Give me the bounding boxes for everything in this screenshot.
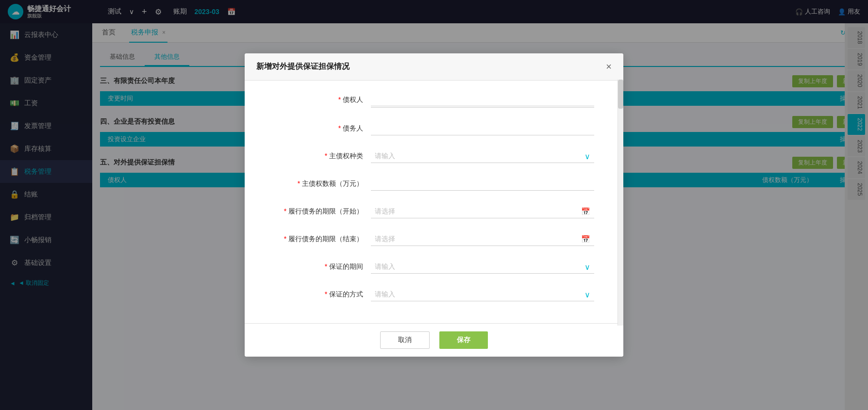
form-row-debtor: * 债务人: [274, 121, 594, 135]
save-button[interactable]: 保存: [439, 331, 488, 349]
label-creditor: * 债权人: [274, 96, 371, 104]
input-wrap-debt-amount: [371, 177, 594, 191]
label-guarantee-period: * 保证的期间: [274, 262, 371, 271]
period-start-input[interactable]: [371, 204, 594, 218]
form-row-debt-type: * 主债权种类 请输入 ∨: [274, 149, 594, 163]
label-period-start: * 履行债务的期限（开始）: [274, 207, 371, 216]
label-debt-type: * 主债权种类: [274, 152, 371, 161]
debt-type-select[interactable]: 请输入: [371, 149, 594, 163]
modal-close-button[interactable]: ×: [606, 61, 612, 72]
modal-footer: 取消 保存: [245, 323, 623, 357]
select-wrap-debt-type: 请输入 ∨: [371, 149, 594, 163]
input-wrap-period-end: 📅: [371, 232, 594, 246]
input-wrap-creditor: [371, 92, 594, 108]
creditor-input[interactable]: [371, 92, 594, 106]
modal-header: 新增对外提供保证担保情况 ×: [245, 53, 623, 81]
form-body: * 债权人 * 债务人: [245, 81, 623, 323]
form-row-creditor: * 债权人: [274, 92, 594, 108]
guarantee-period-select[interactable]: 请输入: [371, 260, 594, 274]
select-wrap-guarantee-method: 请输入 ∨: [371, 287, 594, 301]
modal-title: 新增对外提供保证担保情况: [256, 62, 350, 72]
modal-body: * 债权人 * 债务人: [245, 81, 623, 323]
label-period-end: * 履行债务的期限（结束）: [274, 235, 371, 244]
label-guarantee-method: * 保证的方式: [274, 290, 371, 299]
modal-scroll-thumb: [618, 81, 623, 109]
form-row-period-end: * 履行债务的期限（结束） 📅: [274, 232, 594, 246]
debtor-input[interactable]: [371, 121, 594, 135]
form-row-period-start: * 履行债务的期限（开始） 📅: [274, 204, 594, 218]
form-row-guarantee-period: * 保证的期间 请输入 ∨: [274, 260, 594, 274]
label-debt-amount: * 主债权数额（万元）: [274, 180, 371, 188]
label-debtor: * 债务人: [274, 124, 371, 133]
guarantee-method-select[interactable]: 请输入: [371, 287, 594, 301]
input-wrap-debtor: [371, 121, 594, 135]
modal-scrollbar[interactable]: [618, 81, 623, 323]
debt-amount-input[interactable]: [371, 177, 594, 191]
modal-dialog: 新增对外提供保证担保情况 × * 债权人: [245, 53, 623, 357]
select-wrap-guarantee-period: 请输入 ∨: [371, 260, 594, 274]
modal-overlay[interactable]: 新增对外提供保证担保情况 × * 债权人: [0, 0, 868, 410]
form-row-guarantee-method: * 保证的方式 请输入 ∨: [274, 287, 594, 301]
input-wrap-period-start: 📅: [371, 204, 594, 218]
cancel-button[interactable]: 取消: [380, 331, 430, 349]
period-end-input[interactable]: [371, 232, 594, 246]
form-row-debt-amount: * 主债权数额（万元）: [274, 177, 594, 191]
